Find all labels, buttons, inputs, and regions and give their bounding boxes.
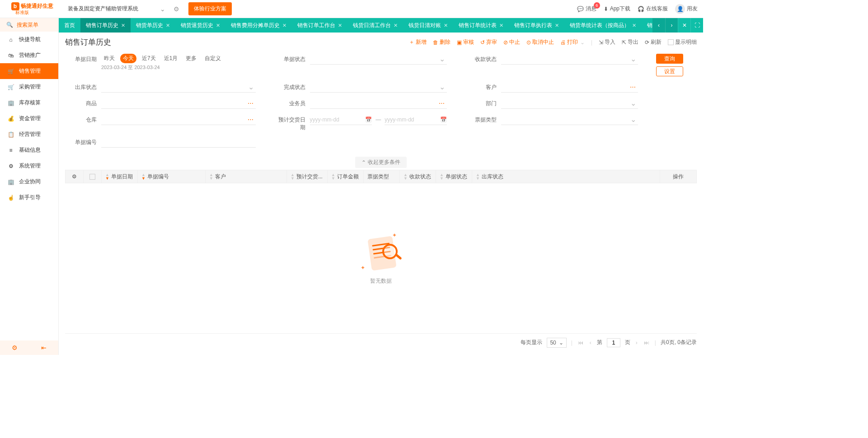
query-button[interactable]: 查询 bbox=[656, 54, 683, 64]
docno-input[interactable] bbox=[101, 137, 256, 148]
audit-button[interactable]: ▣审核 bbox=[457, 38, 474, 46]
tab-10[interactable]: 销货单统计表（按商品）✕ bbox=[564, 18, 642, 33]
close-icon[interactable]: ✕ bbox=[555, 23, 559, 28]
filters-panel: 单据日期 昨天今天近7天近1月更多自定义 2023-03-24 至 2023-0… bbox=[65, 50, 697, 155]
customer-select[interactable] bbox=[501, 82, 638, 93]
add-button[interactable]: ＋新增 bbox=[409, 38, 427, 46]
close-icon[interactable]: ✕ bbox=[338, 23, 342, 28]
col-status[interactable]: ▲▼单据状态 bbox=[436, 170, 472, 183]
col-docno[interactable]: ▲▼单据编号 bbox=[138, 170, 206, 183]
close-icon[interactable]: ✕ bbox=[499, 23, 503, 28]
sidebar-item-1[interactable]: 🛍营销推广 bbox=[0, 47, 58, 63]
support-button[interactable]: 🎧 在线客服 bbox=[638, 5, 668, 13]
setting-button[interactable]: 设置 bbox=[656, 66, 683, 76]
discard-button[interactable]: ↺弃审 bbox=[480, 38, 497, 46]
salesman-select[interactable] bbox=[310, 98, 447, 109]
sidebar-item-10[interactable]: ☝新手引导 bbox=[0, 190, 58, 205]
fullscreen-icon[interactable]: ⛶ bbox=[690, 18, 703, 33]
app-download-button[interactable]: ⬇ App下载 bbox=[604, 5, 630, 13]
close-icon[interactable]: ✕ bbox=[216, 23, 220, 28]
close-icon[interactable]: ✕ bbox=[166, 23, 170, 28]
sidebar-item-4[interactable]: 🏢库存核算 bbox=[0, 95, 58, 111]
next-page-button[interactable]: › bbox=[635, 340, 638, 346]
page-input[interactable] bbox=[607, 338, 620, 347]
tab-scroll-right[interactable]: › bbox=[665, 18, 678, 33]
col-pay[interactable]: ▲▼收款状态 bbox=[400, 170, 436, 183]
tab-4[interactable]: 销售费用分摊单历史✕ bbox=[225, 18, 292, 33]
sidebar-item-9[interactable]: 🏢企业协同 bbox=[0, 174, 58, 190]
sidebar-item-7[interactable]: ≡基础信息 bbox=[0, 142, 58, 158]
settings-icon[interactable]: ⚙ bbox=[0, 344, 29, 351]
close-icon[interactable]: ✕ bbox=[282, 23, 286, 28]
show-detail-checkbox[interactable]: 显示明细 bbox=[668, 38, 697, 46]
export-button[interactable]: ⇱导出 bbox=[622, 38, 638, 46]
date-chip-3[interactable]: 近1月 bbox=[161, 54, 181, 63]
ticket-type-select[interactable] bbox=[501, 114, 638, 125]
sidebar-item-6[interactable]: 📋经营管理 bbox=[0, 126, 58, 142]
sidebar-item-5[interactable]: 💰资金管理 bbox=[0, 111, 58, 126]
page-prefix: 第 bbox=[597, 339, 602, 346]
tab-1[interactable]: 销售订单历史✕ bbox=[80, 18, 131, 33]
sidebar-item-0[interactable]: ⌂快捷导航 bbox=[0, 32, 58, 47]
checkbox-column[interactable] bbox=[84, 170, 102, 183]
print-button[interactable]: 🖨打印⌄ bbox=[560, 38, 585, 46]
gear-icon[interactable]: ⚙ bbox=[174, 5, 179, 13]
delete-button[interactable]: 🗑删除 bbox=[433, 38, 450, 46]
collapse-sidebar-icon[interactable]: ⇤ bbox=[29, 344, 59, 351]
tab-5[interactable]: 销售订单工作台✕ bbox=[292, 18, 347, 33]
status-select[interactable] bbox=[310, 54, 447, 65]
first-page-button[interactable]: ⏮ bbox=[577, 340, 584, 346]
search-menu[interactable]: 🔍 搜索菜单 bbox=[0, 18, 58, 32]
system-selector[interactable]: 装备及固定资产辅助管理系统 ⌄ ⚙ bbox=[68, 5, 179, 13]
col-expect[interactable]: ▲▼预计交货... bbox=[287, 170, 328, 183]
date-chip-0[interactable]: 昨天 bbox=[101, 54, 117, 63]
page-size-select[interactable]: 50⌄ bbox=[547, 338, 566, 348]
close-icon[interactable]: ✕ bbox=[444, 23, 448, 28]
sidebar-item-2[interactable]: 🛒销售管理 bbox=[0, 63, 58, 79]
pay-status-select[interactable] bbox=[501, 54, 638, 65]
date-chip-2[interactable]: 近7天 bbox=[139, 54, 159, 63]
date-to-input[interactable]: yyyy-mm-dd📅 bbox=[385, 114, 447, 125]
refresh-button[interactable]: ⟳刷新 bbox=[645, 38, 662, 46]
date-from-input[interactable]: yyyy-mm-dd📅 bbox=[310, 114, 372, 125]
dept-select[interactable] bbox=[501, 98, 638, 109]
tab-close-all[interactable]: ✕ bbox=[678, 18, 690, 33]
tab-11[interactable]: 销货单统计✕ bbox=[642, 18, 652, 33]
close-icon[interactable]: ✕ bbox=[394, 23, 398, 28]
tab-scroll-left[interactable]: ‹ bbox=[652, 18, 665, 33]
close-icon[interactable]: ✕ bbox=[632, 23, 636, 28]
message-button[interactable]: 💬 消息 6 bbox=[577, 5, 596, 13]
finish-status-select[interactable] bbox=[310, 82, 447, 93]
stop-button[interactable]: ⊘中止 bbox=[503, 38, 520, 46]
tab-6[interactable]: 钱货日清工作台✕ bbox=[347, 18, 403, 33]
product-select[interactable] bbox=[101, 98, 256, 109]
close-icon[interactable]: ✕ bbox=[121, 23, 125, 28]
date-chip-1[interactable]: 今天 bbox=[120, 54, 136, 63]
tab-0[interactable]: 首页 bbox=[59, 18, 80, 33]
col-ticket[interactable]: 票据类型 bbox=[364, 170, 400, 183]
col-amount[interactable]: ▲▼订单金额 bbox=[328, 170, 364, 183]
tab-7[interactable]: 钱货日清对账✕ bbox=[403, 18, 453, 33]
sidebar-item-8[interactable]: ⚙系统管理 bbox=[0, 158, 58, 174]
import-button[interactable]: ⇲导入 bbox=[599, 38, 615, 46]
col-action: 操作 bbox=[660, 170, 696, 183]
try-industry-button[interactable]: 体验行业方案 bbox=[188, 2, 232, 15]
col-date[interactable]: ▲▼单据日期 bbox=[102, 170, 138, 183]
col-customer[interactable]: ▲▼客户 bbox=[206, 170, 287, 183]
sidebar-item-3[interactable]: 🛒采购管理 bbox=[0, 79, 58, 95]
date-chip-5[interactable]: 自定义 bbox=[202, 54, 224, 63]
out-status-select[interactable] bbox=[101, 82, 256, 93]
prev-page-button[interactable]: ‹ bbox=[589, 340, 592, 346]
user-menu[interactable]: 👤 用友 bbox=[675, 4, 698, 14]
tab-3[interactable]: 销货退货历史✕ bbox=[175, 18, 225, 33]
gear-column[interactable]: ⚙ bbox=[66, 170, 84, 183]
tab-9[interactable]: 销售订单执行表✕ bbox=[509, 18, 564, 33]
date-chip-4[interactable]: 更多 bbox=[183, 54, 199, 63]
collapse-filters-button[interactable]: ⌃ 收起更多条件 bbox=[355, 157, 407, 168]
warehouse-select[interactable] bbox=[101, 114, 256, 125]
col-out[interactable]: ▲▼出库状态 bbox=[472, 170, 660, 183]
cancel-stop-button[interactable]: ⊙取消中止 bbox=[526, 38, 554, 46]
tab-8[interactable]: 销售订单统计表✕ bbox=[453, 18, 509, 33]
last-page-button[interactable]: ⏭ bbox=[643, 340, 650, 346]
tab-2[interactable]: 销货单历史✕ bbox=[131, 18, 175, 33]
